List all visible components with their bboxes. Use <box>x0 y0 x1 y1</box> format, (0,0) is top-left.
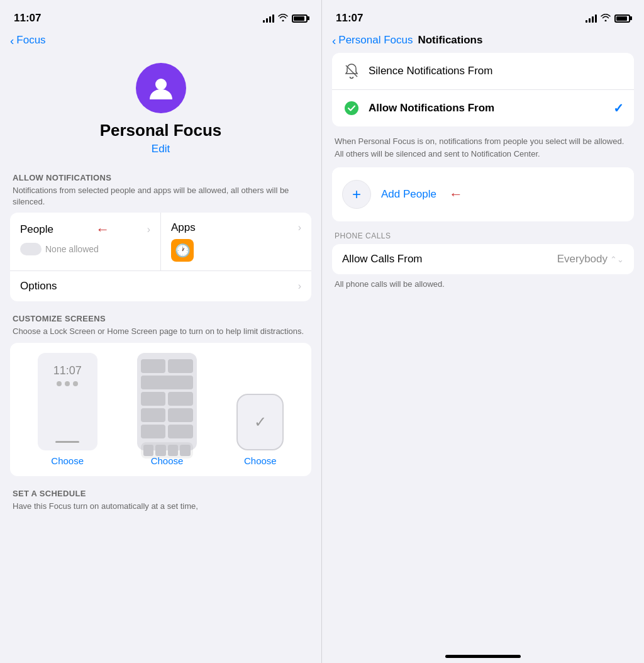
focus-header: Personal Focus Edit <box>0 53 321 163</box>
allow-calls-value-label: Everybody <box>557 253 608 265</box>
watch-mockup: ✓ <box>236 394 284 450</box>
watch-item: ✓ Choose <box>236 394 284 466</box>
customize-screens-subtitle: Choose a Lock Screen or Home Screen page… <box>10 326 311 337</box>
clock-app-icon <box>171 239 194 262</box>
right-back-chevron-icon: ‹ <box>332 35 336 47</box>
right-nav-bar: ‹ Personal Focus Notifications <box>322 31 644 53</box>
home-screen-mockup <box>137 353 197 450</box>
apps-chevron-icon: › <box>298 222 301 233</box>
apps-col[interactable]: Apps › <box>161 213 311 270</box>
apps-sub <box>171 239 301 262</box>
customize-screens-title: CUSTOMIZE SCREENS <box>10 314 311 323</box>
allow-calls-label: Allow Calls From <box>342 253 423 265</box>
add-people-label: Add People <box>381 188 436 201</box>
left-nav-bar: ‹ Focus <box>0 31 321 53</box>
phone-calls-card: Allow Calls From Everybody ⌃⌄ <box>332 244 634 274</box>
watch-choose-button[interactable]: Choose <box>244 455 277 466</box>
right-status-icons <box>586 14 630 23</box>
add-plus-icon: + <box>342 180 371 209</box>
right-back-button[interactable]: ‹ Personal Focus <box>332 34 413 47</box>
right-page-title: Notifications <box>418 34 482 47</box>
watch-check-icon: ✓ <box>254 413 267 431</box>
allow-calls-row[interactable]: Allow Calls From Everybody ⌃⌄ <box>332 244 634 274</box>
right-battery-icon <box>614 14 630 23</box>
notif-options-card: Silence Notifications From Allow Notific… <box>332 53 634 126</box>
people-chevron-icon: › <box>147 224 150 235</box>
allow-shield-icon <box>343 100 360 116</box>
left-status-icons <box>263 14 308 23</box>
allow-label: Allow Notifications From <box>369 102 606 114</box>
all-calls-desc: All phone calls will be allowed. <box>322 279 644 296</box>
right-signal-bars-icon <box>586 14 597 23</box>
add-people-button[interactable]: + Add People ← <box>332 167 634 221</box>
home-screen-item: Choose <box>137 353 197 466</box>
home-grid <box>141 359 193 438</box>
left-back-label: Focus <box>16 34 45 47</box>
lock-dots <box>57 381 78 386</box>
add-people-arrow-annotation: ← <box>449 186 463 203</box>
allow-notifications-section: ALLOW NOTIFICATIONS Notifications from s… <box>0 163 321 304</box>
left-back-button[interactable]: ‹ Focus <box>10 34 46 47</box>
allow-checkmark-icon: ✓ <box>613 101 624 116</box>
people-arrow-annotation: ← <box>96 221 109 238</box>
options-row[interactable]: Options › <box>10 270 311 301</box>
options-chevron-icon: › <box>298 281 301 292</box>
add-people-info: Add People <box>381 188 436 201</box>
lock-screen-choose-button[interactable]: Choose <box>51 455 84 466</box>
phone-calls-section-label: PHONE CALLS <box>322 229 644 244</box>
silence-label: Silence Notifications From <box>369 65 624 77</box>
people-apps-row: People ← › None allowed Apps › <box>10 213 311 270</box>
people-apps-card: People ← › None allowed Apps › <box>10 213 311 301</box>
schedule-subtitle: Have this Focus turn on automatically at… <box>10 501 311 512</box>
people-col[interactable]: People ← › None allowed <box>10 213 161 270</box>
focus-name-label: Personal Focus <box>100 121 222 140</box>
lock-screen-mockup: 11:07 <box>38 353 97 450</box>
apps-label: Apps <box>171 221 196 234</box>
people-col-header: People ← › <box>20 221 150 238</box>
home-bar <box>445 655 521 658</box>
allow-notifications-subtitle: Notifications from selected people and a… <box>10 185 311 208</box>
left-status-bar: 11:07 <box>0 0 321 31</box>
apps-col-header: Apps › <box>171 221 301 234</box>
screens-card: 11:07 Choose <box>10 343 311 476</box>
silence-option[interactable]: Silence Notifications From <box>332 53 634 89</box>
left-panel: 11:07 ‹ Focus <box>0 0 322 663</box>
lock-screen-item: 11:07 Choose <box>38 353 97 466</box>
calls-chevron-icon: ⌃⌄ <box>610 255 624 264</box>
person-icon <box>147 74 175 102</box>
focus-avatar <box>136 63 186 113</box>
home-indicator <box>322 642 644 663</box>
battery-icon <box>292 14 308 23</box>
svg-point-0 <box>155 79 167 90</box>
options-label: Options <box>20 280 57 292</box>
signal-bars-icon <box>263 14 274 23</box>
allow-notifications-title: ALLOW NOTIFICATIONS <box>10 173 311 182</box>
left-time: 11:07 <box>14 12 41 25</box>
people-sub: None allowed <box>20 243 150 255</box>
people-label: People <box>20 223 53 236</box>
right-back-label: Personal Focus <box>338 34 413 47</box>
lock-time-display: 11:07 <box>53 364 82 377</box>
schedule-section: SET A SCHEDULE Have this Focus turn on a… <box>0 479 321 520</box>
svg-point-2 <box>345 101 358 115</box>
right-wifi-icon <box>601 14 611 23</box>
notif-options-section: Silence Notifications From Allow Notific… <box>322 53 644 126</box>
allow-option[interactable]: Allow Notifications From ✓ <box>332 89 634 126</box>
allow-description: When Personal Focus is on, notifications… <box>322 131 644 167</box>
right-time: 11:07 <box>336 12 363 25</box>
none-allowed-label: None allowed <box>45 244 99 254</box>
focus-edit-button[interactable]: Edit <box>152 143 170 155</box>
home-dock <box>141 442 193 459</box>
customize-screens-section: CUSTOMIZE SCREENS Choose a Lock Screen o… <box>0 304 321 478</box>
left-back-chevron-icon: ‹ <box>10 35 14 47</box>
allow-calls-value: Everybody ⌃⌄ <box>557 253 624 265</box>
right-panel: 11:07 ‹ Personal Focus Notifications <box>322 0 644 663</box>
wifi-icon <box>278 14 288 23</box>
right-status-bar: 11:07 <box>322 0 644 31</box>
allow-icon-wrap <box>342 99 361 118</box>
people-toggle[interactable] <box>20 243 42 255</box>
silence-bell-icon <box>343 63 360 79</box>
schedule-title: SET A SCHEDULE <box>10 489 311 498</box>
silence-icon-wrap <box>342 62 361 81</box>
